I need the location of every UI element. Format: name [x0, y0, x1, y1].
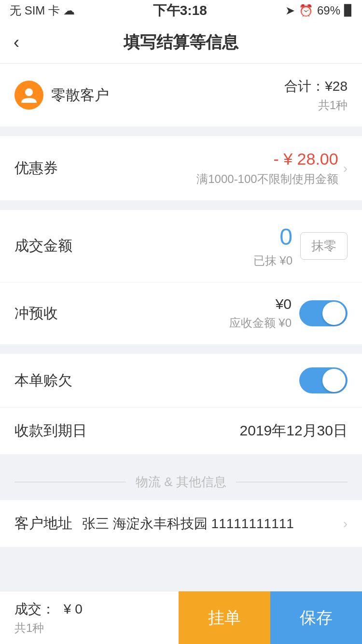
prepayment-right: ¥0 应收金额 ¥0 — [229, 296, 348, 331]
bottom-bar: 成交： ¥ 0 共1种 挂单 保存 — [0, 591, 362, 644]
network-label: 无 SIM 卡 ☁ — [10, 3, 75, 18]
divider-line-left — [14, 482, 126, 482]
coupon-section: 优惠券 - ¥ 28.00 满1000-100不限制使用金额 › — [0, 136, 362, 200]
battery-icon: ▉ — [344, 4, 352, 17]
coupon-discount: - ¥ 28.00 — [196, 150, 338, 168]
customer-info: 零散客户 — [14, 81, 109, 110]
status-time: 下午3:18 — [153, 1, 207, 20]
alarm-icon: ⏰ — [299, 4, 313, 17]
coupon-sub: 满1000-100不限制使用金额 — [196, 171, 338, 187]
page-title: 填写结算等信息 — [124, 31, 238, 54]
prepayment-toggle[interactable] — [299, 300, 348, 326]
prepayment-label: 冲预收 — [14, 304, 58, 323]
round-zero-button[interactable]: 抹零 — [300, 232, 348, 260]
status-right: ➤ ⏰ 69% ▉ — [285, 4, 352, 17]
prepayment-row: 冲预收 ¥0 应收金额 ¥0 — [0, 282, 362, 344]
debt-toggle-knob — [322, 369, 346, 392]
location-icon: ➤ — [285, 4, 295, 17]
address-value: 张三 海淀永丰科技园 11111111111 — [82, 515, 338, 533]
status-bar: 无 SIM 卡 ☁ 下午3:18 ➤ ⏰ 69% ▉ — [0, 0, 362, 21]
coupon-row[interactable]: 优惠券 - ¥ 28.00 满1000-100不限制使用金额 › — [0, 136, 362, 200]
bottom-info: 成交： ¥ 0 共1种 — [0, 600, 179, 636]
back-button[interactable]: ‹ — [14, 32, 19, 53]
bottom-deal-label: 成交： — [14, 602, 55, 616]
deal-label: 成交金额 — [14, 236, 72, 256]
deal-section: 成交金额 0 已抹 ¥0 抹零 冲预收 ¥0 应收金额 ¥0 — [0, 210, 362, 344]
svg-point-0 — [25, 88, 33, 96]
coupon-label: 优惠券 — [14, 158, 58, 178]
prepayment-sub: 应收金额 ¥0 — [229, 315, 292, 331]
customer-name: 零散客户 — [51, 85, 109, 105]
toggle-knob — [322, 302, 346, 325]
address-chevron-icon: › — [343, 516, 348, 532]
due-date-label: 收款到期日 — [14, 421, 87, 441]
customer-count: 共1种 — [284, 98, 348, 113]
battery-label: 69% — [317, 4, 340, 17]
hang-button[interactable]: 挂单 — [179, 591, 270, 644]
deal-values: 0 已抹 ¥0 — [253, 224, 292, 268]
due-date-value: 2019年12月30日 — [240, 421, 348, 441]
prepayment-amount: ¥0 — [276, 296, 292, 312]
customer-summary: 合计：¥28 共1种 — [284, 77, 348, 113]
coupon-text: - ¥ 28.00 满1000-100不限制使用金额 — [196, 150, 338, 187]
main-content: 零散客户 合计：¥28 共1种 优惠券 - ¥ 28.00 满1000-100不… — [0, 64, 362, 644]
debt-section: 本单赊欠 收款到期日 2019年12月30日 — [0, 354, 362, 454]
address-label: 客户地址 — [14, 514, 72, 533]
due-date-row: 收款到期日 2019年12月30日 — [0, 407, 362, 454]
deal-row: 成交金额 0 已抹 ¥0 抹零 — [0, 210, 362, 282]
deal-right: 0 已抹 ¥0 抹零 — [253, 224, 348, 268]
debt-label: 本单赊欠 — [14, 371, 72, 391]
debt-row: 本单赊欠 — [0, 354, 362, 407]
avatar — [14, 81, 43, 110]
status-left: 无 SIM 卡 ☁ — [10, 3, 75, 18]
bottom-count: 共1种 — [14, 620, 164, 636]
nav-bar: ‹ 填写结算等信息 — [0, 21, 362, 64]
debt-right — [299, 367, 348, 393]
chevron-icon: › — [343, 161, 348, 176]
bottom-deal: 成交： ¥ 0 — [14, 600, 164, 618]
customer-total: 合计：¥28 — [284, 77, 348, 96]
prepayment-values: ¥0 应收金额 ¥0 — [229, 296, 292, 331]
save-button[interactable]: 保存 — [270, 591, 362, 644]
customer-section: 零散客户 合计：¥28 共1种 — [0, 64, 362, 126]
logistics-section-label: 物流 & 其他信息 — [0, 464, 362, 500]
address-section: 客户地址 张三 海淀永丰科技园 11111111111 › — [0, 500, 362, 547]
address-row[interactable]: 客户地址 张三 海淀永丰科技园 11111111111 › — [0, 500, 362, 547]
bottom-deal-value: ¥ 0 — [64, 602, 83, 616]
deal-value: 0 — [279, 224, 292, 250]
coupon-right: - ¥ 28.00 满1000-100不限制使用金额 › — [196, 150, 348, 187]
divider-line-right — [236, 482, 348, 482]
debt-toggle[interactable] — [299, 367, 348, 393]
logistics-label-text: 物流 & 其他信息 — [136, 474, 226, 490]
deal-sub: 已抹 ¥0 — [253, 253, 292, 268]
